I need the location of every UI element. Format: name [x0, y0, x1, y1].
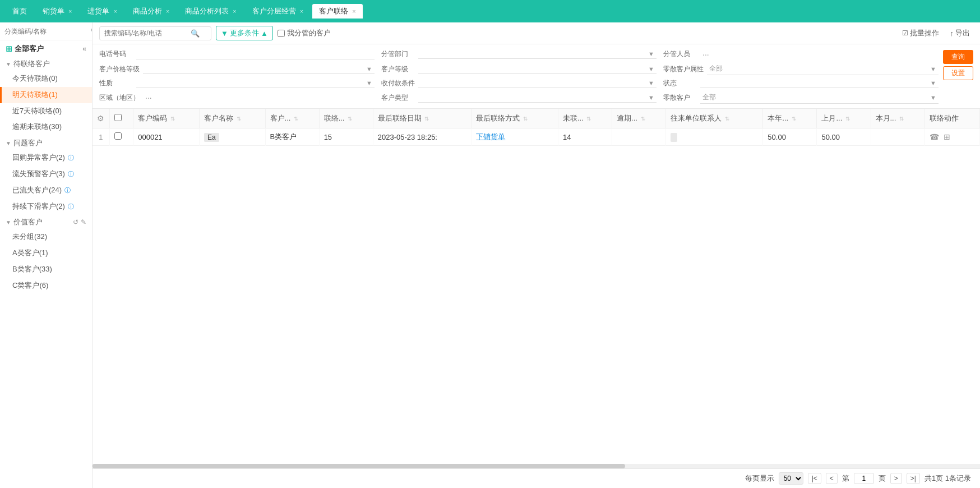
search-icon[interactable]: 🔍	[191, 29, 200, 38]
filter-dept-select[interactable]: ▼	[418, 49, 657, 59]
all-customers-header[interactable]: ⊞ 全部客户 «	[0, 40, 92, 56]
phone-action-icon[interactable]: ☎	[930, 132, 939, 141]
scrollbar-thumb[interactable]	[93, 464, 625, 468]
contact-method-link[interactable]: 下销货单	[476, 132, 505, 141]
export-button[interactable]: ↑ 导出	[947, 26, 974, 40]
column-settings-icon[interactable]: ⚙	[97, 114, 104, 123]
filter-button[interactable]: ▼ 更多条件 ▲	[216, 26, 273, 40]
sidebar-item-7day-contact[interactable]: 近7天待联络(0)	[0, 103, 92, 119]
sidebar-item-today-contact[interactable]: 今天待联络(0)	[0, 71, 92, 87]
select-all-checkbox[interactable]	[114, 114, 122, 121]
main-search-input[interactable]	[104, 29, 188, 37]
filter-manager: 分管人员 ···	[663, 49, 939, 59]
th-last-contact-method: 最后联络方式 ⇅	[471, 109, 558, 128]
sidebar-item-tomorrow-contact[interactable]: 明天待联络(1)	[0, 87, 92, 103]
row-checkbox[interactable]	[114, 132, 122, 140]
nav-purchase-order[interactable]: 进货单 ×	[81, 4, 123, 19]
sort-overdue-icon[interactable]: ⇅	[641, 116, 645, 122]
nav-product-analysis-list[interactable]: 商品分析列表 ×	[178, 4, 243, 19]
sidebar-item-ungrouped[interactable]: 未分组(32)	[0, 229, 92, 245]
filter-dept: 分管部门 ▼	[381, 49, 657, 59]
filter-retail-select[interactable]: 全部 ▼	[700, 91, 939, 104]
th-contact-person: 往来单位联系人 ⇅	[666, 109, 763, 128]
my-customers-checkbox-label[interactable]: 我分管的客户	[278, 28, 331, 38]
grid-action-icon[interactable]: ⊞	[944, 132, 950, 141]
batch-button[interactable]: ☑ 批量操作	[899, 26, 942, 40]
query-button[interactable]: 查询	[943, 50, 973, 64]
filter-retail: 零散客户 全部 ▼	[663, 91, 939, 104]
sidebar-item-repurchase-abnormal[interactable]: 回购异常客户(2) ⓘ	[0, 150, 92, 166]
last-page-button[interactable]: >|	[907, 473, 920, 484]
nav-product-analysis[interactable]: 商品分析 ×	[126, 4, 176, 19]
page-input[interactable]	[854, 473, 874, 484]
set-button[interactable]: 设置	[943, 66, 973, 80]
th-code: 客户编码 ⇅	[133, 109, 200, 128]
nav-home[interactable]: 首页	[6, 4, 34, 19]
sort-name-icon[interactable]: ⇅	[237, 116, 241, 122]
sidebar-item-churn-warning[interactable]: 流失预警客户(3) ⓘ	[0, 166, 92, 182]
nav-product-analysis-list-close[interactable]: ×	[233, 8, 236, 15]
sort-contact-person-icon[interactable]: ⇅	[725, 116, 729, 122]
per-page-select[interactable]: 50	[779, 472, 803, 485]
sort-this-month-icon[interactable]: ⇅	[899, 116, 904, 122]
sort-last-contact-method-icon[interactable]: ⇅	[523, 116, 528, 122]
sort-not-contacted-icon[interactable]: ⇅	[586, 116, 591, 122]
table-row: 1 000021 Ea B类客户 15 2023-05-23 18:25:	[93, 128, 980, 146]
sort-code-icon[interactable]: ⇅	[170, 116, 175, 122]
filter-retail-label: 零散客户	[663, 93, 697, 103]
filter-customer-grade-select[interactable]: ▼	[418, 65, 657, 74]
customer-type-arrow-icon: ▼	[648, 94, 654, 101]
filter-price-grade-select[interactable]: ▼	[143, 65, 375, 74]
nav-purchase-order-close[interactable]: ×	[113, 8, 117, 15]
filter-payment-select[interactable]: ▼	[418, 79, 657, 88]
nav-customer-contact-close[interactable]: ×	[352, 8, 355, 15]
td-not-contacted: 14	[558, 128, 612, 146]
filter-phone-input[interactable]	[136, 49, 375, 59]
refresh-icon[interactable]: ↺	[73, 218, 78, 226]
sort-type-icon[interactable]: ⇅	[294, 116, 298, 122]
horizontal-scrollbar[interactable]	[93, 464, 980, 468]
nav-customer-segmentation-close[interactable]: ×	[300, 8, 303, 15]
td-last-contact-date: 2023-05-23 18:25:	[373, 128, 471, 146]
nav-customer-contact[interactable]: 客户联络 ×	[312, 4, 362, 19]
nav-sales-order-close[interactable]: ×	[68, 8, 72, 15]
sidebar-search-container: 🔍	[0, 22, 92, 40]
sidebar-item-b-class[interactable]: B类客户(33)	[0, 261, 92, 278]
sort-this-year-icon[interactable]: ⇅	[792, 116, 796, 122]
filter-customer-type-label: 客户类型	[381, 93, 415, 103]
nav-product-analysis-close[interactable]: ×	[166, 8, 169, 15]
per-page-label: 每页显示	[745, 473, 774, 484]
filter-nature-select[interactable]: ▼	[136, 79, 375, 88]
sidebar-item-overdue-contact[interactable]: 逾期未联络(30)	[0, 119, 92, 135]
table-header-row: ⚙ 客户编码 ⇅ 客户名称 ⇅	[93, 109, 980, 128]
next-page-button[interactable]: >	[890, 473, 902, 484]
my-customers-checkbox[interactable]	[278, 30, 285, 37]
filter-manager-label: 分管人员	[663, 49, 697, 59]
edit-icon[interactable]: ✎	[81, 218, 86, 226]
prev-page-button[interactable]: <	[826, 473, 838, 484]
filter-region-dots[interactable]: ···	[143, 93, 154, 102]
sort-last-contact-date-icon[interactable]: ⇅	[424, 116, 429, 122]
sidebar-item-c-class[interactable]: C类客户(6)	[0, 278, 92, 294]
first-page-button[interactable]: |<	[808, 473, 821, 484]
info-icon-1: ⓘ	[68, 171, 74, 177]
th-last-month: 上月... ⇅	[817, 109, 871, 128]
sort-last-month-icon[interactable]: ⇅	[845, 116, 850, 122]
sidebar-item-a-class[interactable]: A类客户(1)	[0, 245, 92, 261]
filter-status: 状态 ▼	[663, 79, 939, 88]
group-arrow-3: ▼	[6, 219, 11, 225]
sidebar-item-churned[interactable]: 已流失客户(24) ⓘ	[0, 182, 92, 199]
group-value-customers: ▼ 价值客户 ↺ ✎	[0, 214, 92, 229]
sort-contact-count-icon[interactable]: ⇅	[348, 116, 352, 122]
nav-customer-segmentation[interactable]: 客户分层经营 ×	[246, 4, 310, 19]
filter-retail-attr-select[interactable]: 全部 ▼	[707, 63, 939, 75]
collapse-icon[interactable]: «	[82, 45, 86, 53]
filter-manager-dots[interactable]: ···	[700, 50, 711, 59]
td-this-month	[871, 128, 924, 146]
filter-status-select[interactable]: ▼	[700, 79, 939, 88]
sidebar-search-input[interactable]	[4, 27, 89, 35]
filter-customer-type-select[interactable]: ▼	[418, 93, 657, 103]
nav-sales-order[interactable]: 销货单 ×	[36, 4, 78, 19]
th-last-contact-date: 最后联络日期 ⇅	[373, 109, 471, 128]
sidebar-item-declining[interactable]: 持续下滑客户(2) ⓘ	[0, 199, 92, 215]
